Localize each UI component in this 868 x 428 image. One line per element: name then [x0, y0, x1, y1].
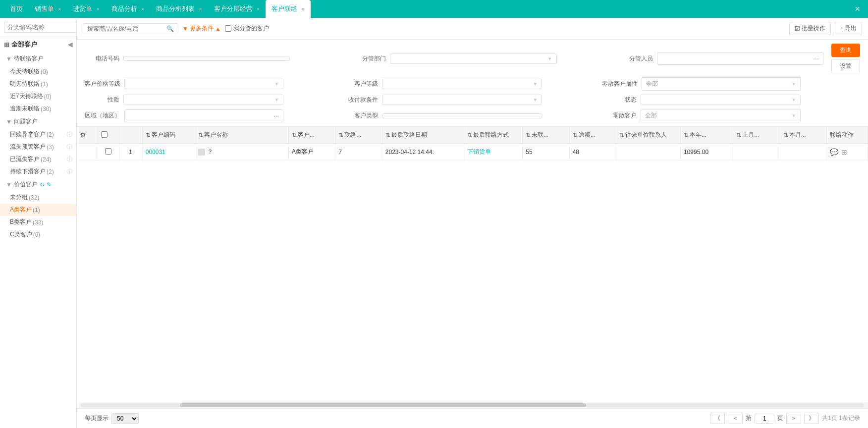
th-settings[interactable]: ⚙: [77, 127, 98, 144]
last-page-button[interactable]: 》: [804, 413, 819, 424]
manager-dots-icon[interactable]: ···: [813, 54, 819, 62]
sidebar-item-overdue[interactable]: 逾期未联络 (30): [0, 103, 76, 115]
filter-icon: ▼: [182, 25, 188, 32]
settings-button[interactable]: 设置: [831, 59, 860, 73]
sidebar-item-repurchase-abnormal[interactable]: 回购异常客户 (2) ⓘ: [0, 128, 76, 141]
row-code-cell[interactable]: 000031: [142, 144, 195, 160]
nav-analysis-list[interactable]: 商品分析列表 ×: [150, 0, 208, 18]
sidebar-item-7days[interactable]: 近7天待联络 (0): [0, 90, 76, 103]
row-code[interactable]: 000031: [146, 149, 165, 156]
field-customer-level-input[interactable]: ▼: [382, 79, 542, 89]
nav-customer-tier-close[interactable]: ×: [257, 0, 260, 18]
field-nature-input[interactable]: ▼: [123, 95, 283, 105]
sidebar-collapse-btn[interactable]: ◀: [68, 41, 72, 48]
nav-sales[interactable]: 销售单 ×: [29, 0, 67, 18]
sidebar-item-churned[interactable]: 已流失客户 (24) ⓘ: [0, 153, 76, 165]
row-last-date-cell: 2023-04-12 14:44:: [382, 144, 464, 160]
export-button[interactable]: ↑ 导出: [835, 22, 862, 35]
batch-op-button[interactable]: ☑ 批量操作: [789, 22, 831, 35]
field-phone-input[interactable]: [123, 56, 290, 61]
value-edit-icon[interactable]: ✎: [47, 181, 52, 188]
nav-sales-close[interactable]: ×: [58, 0, 61, 18]
field-region-input[interactable]: ···: [124, 109, 283, 122]
repurchase-info-icon[interactable]: ⓘ: [67, 131, 72, 138]
sidebar-group-problem[interactable]: ▼ 问题客户: [0, 115, 76, 128]
row-last-way[interactable]: 下销货单: [467, 148, 491, 155]
nav-customer-contact-close[interactable]: ×: [301, 0, 304, 18]
sidebar-item-class-c[interactable]: C类客户 (6): [0, 228, 76, 241]
nav-customer-tier[interactable]: 客户分层经营 ×: [208, 0, 266, 18]
scrollbar-thumb[interactable]: [180, 403, 586, 407]
nav-analysis-list-close[interactable]: ×: [199, 0, 202, 18]
nav-analysis-close[interactable]: ×: [141, 0, 144, 18]
row-checkbox-cell[interactable]: [98, 144, 119, 160]
th-level[interactable]: ⇅客户...: [288, 127, 335, 144]
field-retail-attr-input[interactable]: 全部 ▼: [642, 77, 801, 91]
region-dots-icon[interactable]: ···: [273, 112, 279, 120]
content-area: 🔍 ▼ 更多条件 ▲ 我分管的客户 ☑ 批量操作 ↑ 导出: [77, 18, 868, 428]
nav-analysis[interactable]: 商品分析 ×: [106, 0, 150, 18]
th-code[interactable]: ⇅客户编码: [142, 127, 195, 144]
churn-warning-info-icon[interactable]: ⓘ: [67, 143, 72, 151]
select-all-checkbox[interactable]: [101, 131, 108, 138]
field-retail-customer-input[interactable]: 全部 ▼: [641, 109, 801, 122]
th-contact[interactable]: ⇅联络...: [335, 127, 382, 144]
sidebar-item-class-b[interactable]: B类客户 (33): [0, 216, 76, 228]
row-more-icon[interactable]: ⊞: [841, 148, 847, 156]
th-no-contact[interactable]: ⇅未联...: [523, 127, 569, 144]
first-page-button[interactable]: 《: [710, 413, 725, 424]
field-dept-input[interactable]: ▼: [390, 54, 556, 64]
sidebar-item-unclassified[interactable]: 未分组 (32): [0, 191, 76, 204]
th-last-date[interactable]: ⇅最后联络日期: [382, 127, 464, 144]
th-hist-contact[interactable]: ⇅往来单位联系人: [616, 127, 681, 144]
filter-search-icon[interactable]: 🔍: [166, 25, 174, 32]
table-settings-icon[interactable]: ⚙: [80, 131, 86, 139]
sidebar-item-churn-warning[interactable]: 流失预警客户 (3) ⓘ: [0, 141, 76, 153]
nav-customer-contact[interactable]: 客户联络 ×: [266, 0, 310, 18]
nav-purchase[interactable]: 进货单 ×: [67, 0, 105, 18]
th-this-month[interactable]: ⇅本月...: [780, 127, 826, 144]
sidebar-all-customers[interactable]: ⊞ 全部客户 ◀: [0, 37, 76, 52]
th-name[interactable]: ⇅客户名称: [195, 127, 288, 144]
field-payment-input[interactable]: ▼: [382, 95, 542, 105]
declining-info-icon[interactable]: ⓘ: [67, 168, 72, 175]
row-checkbox[interactable]: [105, 148, 111, 155]
sidebar-group-pending[interactable]: ▼ 待联络客户: [0, 52, 76, 65]
row-contact-icon[interactable]: 💬: [830, 148, 838, 156]
field-status-input[interactable]: ▼: [641, 95, 801, 105]
sidebar-item-declining[interactable]: 持续下滑客户 (2) ⓘ: [0, 165, 76, 178]
field-price-level-input[interactable]: ▼: [124, 79, 283, 89]
next-page-button[interactable]: ＞: [786, 413, 801, 424]
row-level-cell: A类客户: [288, 144, 335, 160]
sidebar-search-input[interactable]: [4, 22, 77, 33]
filter-more-btn[interactable]: ▼ 更多条件 ▲: [182, 24, 221, 33]
window-close-button[interactable]: ×: [851, 4, 864, 14]
my-customers-checkbox-label[interactable]: 我分管的客户: [225, 24, 269, 33]
prev-page-button[interactable]: ＜: [728, 413, 743, 424]
th-last-month[interactable]: ⇅上月...: [733, 127, 780, 144]
th-checkbox[interactable]: [98, 127, 119, 144]
scrollbar-track[interactable]: [81, 403, 864, 407]
churned-info-icon[interactable]: ⓘ: [67, 156, 72, 163]
nav-home[interactable]: 首页: [4, 0, 29, 18]
page-size-select[interactable]: 50 100: [111, 413, 139, 424]
sidebar-group-value[interactable]: ▼ 价值客户 ↻ ✎: [0, 178, 76, 191]
nav-purchase-close[interactable]: ×: [96, 0, 99, 18]
sidebar-item-today[interactable]: 今天待联络 (0): [0, 65, 76, 78]
th-overdue[interactable]: ⇅逾期...: [569, 127, 616, 144]
field-customer-type-input[interactable]: [382, 113, 542, 118]
my-customers-checkbox[interactable]: [225, 25, 231, 32]
th-this-year[interactable]: ⇅本年...: [681, 127, 733, 144]
sidebar-item-tomorrow[interactable]: 明天待联络 (1): [0, 78, 76, 90]
sidebar-item-class-a[interactable]: A类客户 (1): [0, 204, 76, 216]
filter-search-input[interactable]: [87, 25, 166, 32]
field-manager-input[interactable]: ···: [657, 52, 823, 65]
row-name[interactable]: ？: [207, 148, 213, 156]
7days-label: 近7天待联络: [10, 92, 43, 101]
th-last-way[interactable]: ⇅最后联络方式: [464, 127, 523, 144]
page-input[interactable]: [755, 414, 774, 424]
horizontal-scrollbar[interactable]: [77, 402, 868, 408]
row-last-way-cell[interactable]: 下销货单: [464, 144, 523, 160]
query-button[interactable]: 查询: [831, 44, 860, 57]
value-refresh-icon[interactable]: ↻: [40, 181, 45, 188]
